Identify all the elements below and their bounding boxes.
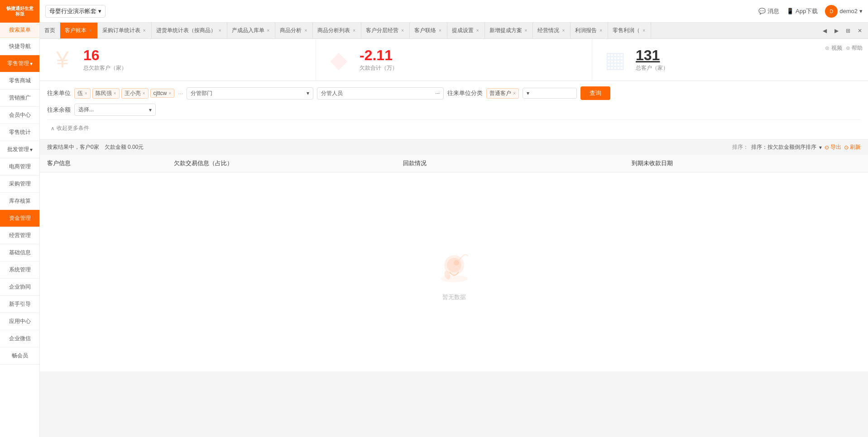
table-body: 暂无数据 <box>40 172 868 371</box>
tab-close-10[interactable]: × <box>524 28 528 33</box>
sidebar-item-17[interactable]: 畅会员 <box>0 347 39 365</box>
sidebar-item-12[interactable]: 系统管理 <box>0 261 39 279</box>
tab-7[interactable]: 客户分层经营× <box>361 23 410 38</box>
sidebar-item-7[interactable]: 采购管理 <box>0 176 39 193</box>
result-count: 搜索结果中，客户0家 <box>47 143 99 151</box>
table-col-1: 欠款交易信息（占比） <box>174 159 403 167</box>
tab-close-2[interactable]: × <box>142 28 147 33</box>
sidebar-arrow-icon-0: ▾ <box>30 61 33 67</box>
tab-8[interactable]: 客户联络× <box>410 23 447 38</box>
help-link[interactable]: ⊙ 帮助 <box>846 44 863 52</box>
sidebar-item-15[interactable]: 应用中心 <box>0 313 39 330</box>
tab-close-11[interactable]: × <box>561 28 566 33</box>
sidebar-item-8[interactable]: 库存核算 <box>0 193 39 210</box>
tab-prev-button[interactable]: ◀ <box>820 26 829 35</box>
video-link[interactable]: ⊙ 视频 <box>825 44 842 52</box>
tab-12[interactable]: 利润报告× <box>571 23 608 38</box>
sidebar-search[interactable]: 搜索菜单 <box>0 23 39 38</box>
tab-0[interactable]: 首页 <box>40 23 60 38</box>
tab-close-6[interactable]: × <box>352 28 356 33</box>
stat-label-customers: 总欠款客户（家） <box>83 64 127 72</box>
tab-close-3[interactable]: × <box>218 28 222 33</box>
tab-5[interactable]: 商品分析× <box>275 23 313 38</box>
dept-select[interactable]: 分管部门 ▾ <box>187 87 313 100</box>
tab-close-all-button[interactable]: ✕ <box>855 26 864 35</box>
sidebar-item-4[interactable]: 零售统计 <box>0 124 39 141</box>
remainder-select[interactable]: 选择... ▾ <box>74 104 156 116</box>
tab-6[interactable]: 商品分析列表× <box>313 23 361 38</box>
tab-3[interactable]: 进货单统计表（按商品）× <box>152 23 227 38</box>
tab-close-5[interactable]: × <box>303 28 308 33</box>
unit-type-dropdown[interactable]: ▾ <box>523 88 577 99</box>
stat-value-amount: -2.11 <box>360 48 398 62</box>
unit-tag-remove-1[interactable]: × <box>114 91 116 96</box>
query-button[interactable]: 查询 <box>580 86 610 100</box>
logo-subtext: 标版 <box>15 11 24 17</box>
tab-label-13: 零售利润（ <box>613 27 640 34</box>
svg-point-3 <box>454 260 459 266</box>
person-label: 分管人员 <box>321 90 343 97</box>
unit-tag-remove-2[interactable]: × <box>143 91 145 96</box>
tab-label-0: 首页 <box>44 27 55 34</box>
sidebar-item-6[interactable]: 电商管理 <box>0 158 39 176</box>
stat-value-customers: 16 <box>83 48 127 62</box>
unit-type-tag-remove-0[interactable]: × <box>513 91 516 96</box>
stat-label-total: 总客户（家） <box>636 64 668 72</box>
sidebar-item-3[interactable]: 会员中心 <box>0 107 39 124</box>
unit-tag-remove-0[interactable]: × <box>85 91 87 96</box>
tab-close-1[interactable]: × <box>88 28 93 33</box>
app-download-button[interactable]: 📱 App下载 <box>786 7 818 15</box>
sidebar-item-9[interactable]: 资金管理 <box>0 210 39 227</box>
tab-label-3: 进货单统计表（按商品） <box>156 27 216 34</box>
table-col-2: 回款情况 <box>403 159 632 167</box>
stats-row: ¥ 16 总欠款客户（家） ◆ -2.11 欠款合计（万） ▦ 131 总 <box>40 39 868 81</box>
export-button[interactable]: ⊙ 导出 <box>825 143 841 151</box>
sidebar-item-5[interactable]: 批发管理▾ <box>0 141 39 158</box>
sidebar-item-10[interactable]: 经营管理 <box>0 227 39 244</box>
sidebar-item-11[interactable]: 基础信息 <box>0 244 39 261</box>
sidebar-item-14[interactable]: 新手引导 <box>0 296 39 313</box>
tab-close-13[interactable]: × <box>642 28 646 33</box>
tab-close-8[interactable]: × <box>438 28 442 33</box>
tab-expand-button[interactable]: ⊞ <box>844 26 853 35</box>
tab-label-4: 产成品入库单 <box>232 27 264 34</box>
table-col-0: 客户信息 <box>47 159 174 167</box>
tab-close-7[interactable]: × <box>400 28 405 33</box>
user-menu[interactable]: D demo2 ▾ <box>825 5 863 18</box>
tab-close-4[interactable]: × <box>266 28 271 33</box>
sidebar-quick-nav[interactable]: 快捷导航 <box>0 38 39 55</box>
more-tags-indicator[interactable]: ··· <box>178 90 183 97</box>
sort-button[interactable]: 排序：按欠款金额倒序排序 <box>751 143 816 151</box>
tab-9[interactable]: 提成设置× <box>447 23 485 38</box>
account-selector[interactable]: 母婴行业演示帐套 ▾ <box>45 5 106 18</box>
topbar: 母婴行业演示帐套 ▾ 💬 消息 📱 App下载 D demo2 ▾ <box>40 0 868 23</box>
tab-2[interactable]: 采购订单统计表× <box>98 23 152 38</box>
tab-next-button[interactable]: ▶ <box>832 26 841 35</box>
message-icon: 💬 <box>758 8 766 14</box>
empty-label: 暂无数据 <box>442 293 466 301</box>
unit-tag-1: 陈民强 × <box>92 88 120 99</box>
tab-10[interactable]: 新增提成方案× <box>485 23 533 38</box>
refresh-button[interactable]: ⊙ 刷新 <box>844 143 861 151</box>
sidebar-item-2[interactable]: 营销推广 <box>0 90 39 107</box>
collapse-row: ∧ 收起更多条件 <box>47 119 861 134</box>
sidebar-item-13[interactable]: 企业协同 <box>0 279 39 296</box>
tab-11[interactable]: 经营情况× <box>533 23 571 38</box>
message-button[interactable]: 💬 消息 <box>758 7 779 15</box>
sidebar-item-0[interactable]: 零售管理▾ <box>0 55 39 72</box>
stat-label-amount: 欠款合计（万） <box>360 64 398 72</box>
sidebar-item-16[interactable]: 企业微信 <box>0 330 39 347</box>
tab-close-9[interactable]: × <box>475 28 480 33</box>
person-select[interactable]: 分管人员 ··· <box>317 87 444 100</box>
table-col-3: 到期未收款日期 <box>632 159 861 167</box>
unit-tags: 伍 ×陈民强 ×王小亮 ×cjttcw × <box>74 88 174 99</box>
sidebar-item-1[interactable]: 零售商城 <box>0 72 39 90</box>
unit-tag-remove-3[interactable]: × <box>169 91 172 96</box>
username-label: demo2 <box>839 8 858 14</box>
tab-1[interactable]: 客户账本× <box>60 23 98 38</box>
sidebar-arrow-icon-5: ▾ <box>30 147 33 153</box>
tab-4[interactable]: 产成品入库单× <box>227 23 276 38</box>
tab-13[interactable]: 零售利润（× <box>608 23 651 38</box>
tab-close-12[interactable]: × <box>599 28 603 33</box>
collapse-button[interactable]: ∧ 收起更多条件 <box>47 123 861 134</box>
